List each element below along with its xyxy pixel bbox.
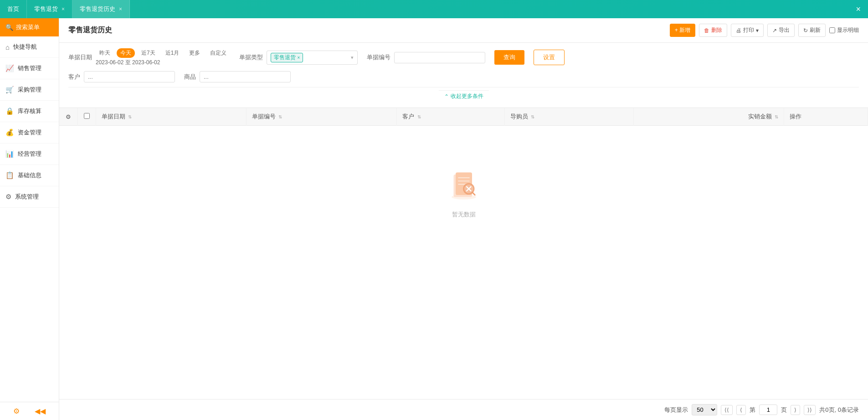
th-settings[interactable]: ⚙ [59, 108, 77, 126]
sidebar-search-label: 搜索菜单 [16, 23, 40, 31]
toolbar: + 新增 🗑 删除 🖨 打印 ▾ ↗ 导出 ↻ 刷新 [670, 24, 859, 37]
th-amount[interactable]: 实销金额 ⇅ [633, 108, 784, 126]
empty-text: 暂无数据 [452, 210, 476, 219]
base-info-icon: 📋 [5, 171, 14, 179]
th-customer[interactable]: 客户 ⇅ [396, 108, 504, 126]
date-more-btn[interactable]: 更多 [185, 48, 204, 58]
doc-type-select[interactable]: 零售退货 × ▾ [267, 51, 358, 65]
window-close-button[interactable]: × [848, 5, 868, 14]
delete-label: 删除 [711, 26, 722, 34]
doc-number-input[interactable] [394, 52, 485, 63]
table-header-row: ⚙ 单据日期 ⇅ 单据编号 ⇅ [59, 108, 868, 126]
tab-retail-return[interactable]: 零售退货 × [27, 0, 72, 18]
filter-row-1: 单据日期 昨天 今天 近7天 近1月 更多 自定义 2023-06-02 至 2… [68, 48, 859, 67]
sidebar-item-system-mgmt-label: 系统管理 [15, 193, 39, 201]
next-page-btn[interactable]: ⟩ [791, 405, 800, 415]
goods-input[interactable] [200, 71, 291, 82]
th-date[interactable]: 单据日期 ⇅ [96, 108, 246, 126]
th-checkbox[interactable] [77, 108, 96, 126]
print-button[interactable]: 🖨 打印 ▾ [731, 24, 764, 37]
date-custom-btn[interactable]: 自定义 [206, 48, 230, 58]
sidebar-search[interactable]: 🔍 搜索菜单 [0, 18, 59, 36]
tab-retail-return-history-label: 零售退货历史 [80, 5, 115, 13]
amount-sort-icon: ⇅ [775, 114, 778, 119]
th-guide[interactable]: 导购员 ⇅ [504, 108, 633, 126]
sidebar-item-inventory-label: 库存核算 [18, 107, 41, 115]
new-button[interactable]: + 新增 [670, 24, 695, 37]
date-last-month-btn[interactable]: 近1月 [162, 48, 183, 58]
sales-icon: 📈 [5, 64, 14, 72]
purchase-icon: 🛒 [5, 86, 14, 94]
prev-page-btn[interactable]: ⟨ [736, 405, 746, 415]
filter-settings-button[interactable]: 设置 [534, 50, 565, 65]
date-today-btn[interactable]: 今天 [117, 48, 135, 58]
tab-home[interactable]: 首页 [0, 0, 27, 18]
customer-input[interactable] [84, 71, 175, 82]
tab-home-label: 首页 [7, 5, 19, 13]
export-button[interactable]: ↗ 导出 [767, 24, 795, 37]
collapse-button[interactable]: ⌃ 收起更多条件 [439, 90, 489, 102]
svg-line-10 [472, 192, 475, 195]
last-page-btn[interactable]: ⟩⟩ [804, 405, 816, 415]
data-table: ⚙ 单据日期 ⇅ 单据编号 ⇅ [59, 108, 868, 126]
date-yesterday-btn[interactable]: 昨天 [96, 48, 114, 58]
date-filter-label: 单据日期 [68, 53, 92, 61]
filter-doc-type: 单据类型 零售退货 × ▾ [239, 51, 358, 65]
empty-illustration [443, 162, 484, 203]
sidebar-item-quick-nav[interactable]: ⌂ 快捷导航 [0, 36, 59, 58]
delete-button[interactable]: 🗑 删除 [699, 24, 727, 37]
sidebar-item-sales-mgmt[interactable]: 📈 销售管理 [0, 58, 59, 79]
table-area: ⚙ 单据日期 ⇅ 单据编号 ⇅ [59, 108, 868, 399]
filter-goods: 商品 [184, 71, 291, 82]
export-label: 导出 [779, 26, 790, 34]
display-detail-checkbox[interactable] [829, 27, 835, 33]
sidebar-item-finance[interactable]: 💰 资金管理 [0, 122, 59, 143]
filter-date: 单据日期 昨天 今天 近7天 近1月 更多 自定义 2023-06-02 至 2… [68, 48, 230, 67]
doc-type-tag: 零售退货 × [271, 53, 303, 62]
sidebar-volume-button[interactable]: ◀◀ [35, 407, 46, 415]
inventory-icon: 🔒 [5, 107, 14, 115]
doc-type-tag-close[interactable]: × [297, 55, 300, 60]
sidebar-item-base-info[interactable]: 📋 基础信息 [0, 165, 59, 186]
total-label: 共0页, 0条记录 [819, 406, 859, 414]
customer-sort-icon: ⇅ [417, 114, 421, 119]
refresh-button[interactable]: ↻ 刷新 [798, 24, 826, 37]
sidebar-item-system-mgmt[interactable]: ⚙ 系统管理 [0, 186, 59, 208]
th-number[interactable]: 单据编号 ⇅ [246, 108, 396, 126]
page-number-input[interactable]: 1 [759, 405, 777, 415]
filter-doc-number: 单据编号 [367, 52, 485, 63]
date-last7-btn[interactable]: 近7天 [138, 48, 159, 58]
doc-number-label: 单据编号 [367, 53, 390, 61]
collapse-chevron-icon: ⌃ [444, 93, 449, 100]
date-sort-icon: ⇅ [128, 114, 132, 119]
date-filter-container: 昨天 今天 近7天 近1月 更多 自定义 2023-06-02 至 2023-0… [96, 48, 230, 67]
tab-retail-return-close[interactable]: × [62, 6, 65, 12]
settings-icon[interactable]: ⚙ [66, 113, 71, 120]
tab-retail-return-history-close[interactable]: × [119, 6, 122, 12]
th-amount-label: 实销金额 [748, 113, 772, 120]
sidebar-item-inventory[interactable]: 🔒 库存核算 [0, 101, 59, 122]
table-container: ⚙ 单据日期 ⇅ 单据编号 ⇅ [59, 108, 868, 255]
sidebar-item-sales-mgmt-label: 销售管理 [18, 64, 41, 72]
per-page-select[interactable]: 50 100 200 [692, 404, 717, 415]
finance-icon: 💰 [5, 128, 14, 137]
sidebar-gear-button[interactable]: ⚙ [13, 407, 20, 415]
doc-type-tag-text: 零售退货 [274, 54, 296, 61]
content-area: 零售退货历史 + 新增 🗑 删除 🖨 打印 ▾ ↗ 导出 ↻ [59, 18, 868, 420]
tab-retail-return-history[interactable]: 零售退货历史 × [72, 0, 130, 18]
display-detail-toggle[interactable]: 显示明细 [829, 26, 859, 34]
query-button[interactable]: 查询 [494, 50, 524, 65]
tab-retail-return-label: 零售退货 [34, 5, 58, 13]
guide-sort-icon: ⇅ [531, 114, 534, 119]
sidebar-item-operations[interactable]: 📊 经营管理 [0, 143, 59, 165]
operations-icon: 📊 [5, 150, 14, 158]
doc-type-dropdown-icon: ▾ [351, 55, 354, 61]
select-all-checkbox[interactable] [84, 113, 90, 119]
system-icon: ⚙ [5, 193, 11, 201]
th-number-label: 单据编号 [252, 113, 276, 120]
th-action-label: 操作 [790, 113, 801, 120]
print-label: 打印 [743, 26, 754, 34]
date-range-display: 2023-06-02 至 2023-06-02 [96, 59, 230, 67]
sidebar-item-purchase-mgmt[interactable]: 🛒 采购管理 [0, 79, 59, 101]
first-page-btn[interactable]: ⟨⟨ [721, 405, 733, 415]
